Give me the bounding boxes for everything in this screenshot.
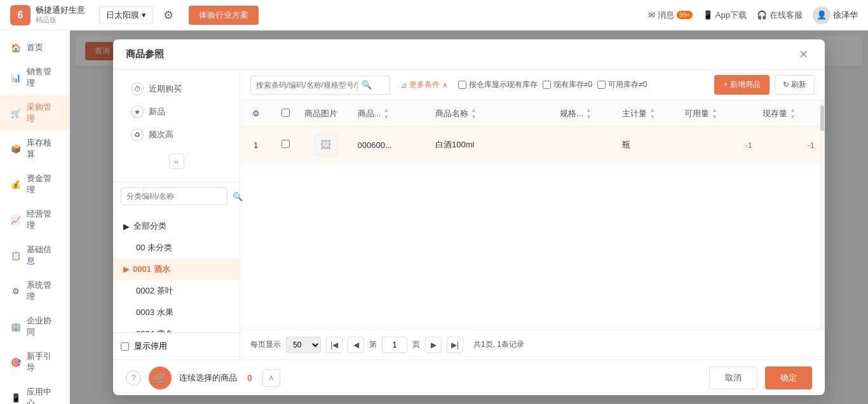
cart-icon[interactable]: 🛒: [149, 367, 172, 389]
product-table: ⚙ 商品图片: [240, 100, 820, 163]
per-page-label: 每页显示: [250, 339, 281, 350]
warehouse-filter-checkbox[interactable]: 按仓库显示现有库存: [458, 79, 538, 90]
sidebar-item-sales[interactable]: 📊 销售管理: [0, 60, 69, 95]
product-search-input[interactable]: [256, 81, 358, 90]
home-icon: 🏠: [10, 42, 22, 53]
confirm-btn[interactable]: 确定: [765, 367, 812, 389]
frequent-icon: ♻: [131, 128, 144, 141]
total-info: 共1页, 1条记录: [473, 339, 524, 350]
search-icon: 🔍: [362, 80, 372, 90]
sidebar-item-guide[interactable]: 🎯 新手引导: [0, 344, 69, 380]
row-checkbox[interactable]: [281, 140, 290, 148]
td-name: 白酒100ml: [430, 127, 555, 163]
logo-area: 6 畅捷通好生意 精品版: [10, 5, 86, 25]
per-page-select[interactable]: 50 10 20 100: [286, 337, 321, 353]
prev-page-btn[interactable]: ◀: [348, 337, 364, 353]
quick-item-frequent[interactable]: ♻ 频次高: [121, 123, 232, 146]
settings-icon: ⚙: [252, 109, 260, 118]
filter-icon: ⊿: [400, 81, 407, 90]
vertical-scrollbar[interactable]: [820, 100, 825, 329]
sidebar-item-finance[interactable]: 💰 资金管理: [0, 166, 69, 202]
product-search-bar[interactable]: 🔍: [250, 76, 390, 95]
add-product-btn[interactable]: + 新增商品: [714, 75, 769, 95]
modal-overlay: 商品参照 ✕ ⏱ 近期购买: [70, 30, 868, 404]
quick-item-new[interactable]: ★ 新品: [121, 100, 232, 123]
usable-filter-checkbox[interactable]: 可用库存≠0: [597, 79, 647, 90]
next-page-btn[interactable]: ▶: [425, 337, 442, 353]
sidebar-item-inventory[interactable]: 📦 库存核算: [0, 131, 69, 166]
refresh-btn[interactable]: ↻ 刷新: [775, 75, 815, 95]
main-layout: 🏠 首页 📊 销售管理 🛒 采购管理 📦 库存核算 💰 资金管理 📈 经营管理 …: [0, 30, 868, 404]
page-number-input[interactable]: [382, 337, 407, 353]
category-00[interactable]: 00 未分类: [113, 237, 240, 259]
page-of-text: 页: [412, 339, 420, 350]
operations-icon: 📈: [10, 214, 22, 226]
enterprise-icon: 🏢: [10, 321, 22, 332]
first-page-btn[interactable]: |◀: [326, 337, 342, 353]
modal-close-btn[interactable]: ✕: [794, 46, 812, 64]
recent-icon: ⏱: [131, 83, 144, 95]
th-settings: ⚙: [240, 100, 271, 127]
sidebar-item-home[interactable]: 🏠 首页: [0, 36, 69, 60]
messages-btn[interactable]: ✉ 消息 99+: [648, 10, 693, 21]
select-all-checkbox[interactable]: [281, 109, 290, 117]
cancel-btn[interactable]: 取消: [709, 367, 757, 389]
inventory-icon: 📦: [10, 143, 22, 154]
headset-icon: 🎧: [757, 10, 767, 20]
sidebar-item-basic[interactable]: 📋 基础信息: [0, 238, 69, 273]
edition-label: 精品版: [36, 15, 85, 25]
app-download-btn[interactable]: 📱 App下载: [703, 10, 747, 21]
user-avatar[interactable]: 👤 徐泽华: [813, 6, 858, 24]
store-selector[interactable]: 日太阳膜 ▾: [99, 6, 153, 24]
sidebar-item-purchase[interactable]: 🛒 采购管理: [0, 95, 69, 131]
sort-arrows-stock: ▲▼: [790, 107, 796, 120]
table-body: 1 🖼 000600...: [240, 127, 820, 163]
category-0001[interactable]: ▶ 0001 酒水: [113, 259, 240, 280]
category-0003[interactable]: 0003 水果: [113, 302, 240, 323]
quick-items-list: ⏱ 近期购买 ★ 新品 ♻ 频次高: [121, 77, 232, 146]
help-icon[interactable]: ?: [126, 370, 141, 386]
quick-items-section: ⏱ 近期购买 ★ 新品 ♻ 频次高: [113, 70, 240, 182]
apps-icon: 📱: [10, 392, 22, 403]
table-wrapper: ⚙ 商品图片: [240, 100, 825, 329]
sidebar-item-enterprise[interactable]: 🏢 企业协同: [0, 309, 69, 344]
footer-collapse-btn[interactable]: ∧: [262, 369, 280, 387]
sidebar-item-operations[interactable]: 📈 经营管理: [0, 202, 69, 238]
sales-icon: 📊: [10, 72, 22, 83]
category-search-input[interactable]: [121, 187, 227, 205]
purchase-icon: 🛒: [10, 107, 22, 119]
modal-header: 商品参照 ✕: [113, 39, 825, 70]
table-container: ⚙ 商品图片: [240, 100, 820, 329]
available-filter-checkbox[interactable]: 现有库存≠0: [543, 79, 592, 90]
category-0004[interactable]: 0004 零食: [113, 323, 240, 332]
td-num: 1: [240, 127, 271, 163]
pagination-row: 每页显示 50 10 20 100 |◀ ◀ 第 页: [240, 329, 825, 360]
quick-item-recent[interactable]: ⏱ 近期购买: [121, 77, 232, 100]
modal-footer: ? 🛒 连续选择的商品 0 ∧ 取消 确定: [113, 360, 825, 395]
category-0002[interactable]: 0002 茶叶: [113, 280, 240, 302]
table-row[interactable]: 1 🖼 000600...: [240, 127, 820, 163]
trial-btn[interactable]: 体验行业方案: [189, 6, 259, 25]
left-panel-collapse-btn[interactable]: «: [169, 154, 184, 169]
scroll-thumb[interactable]: [820, 105, 824, 131]
modal-actions: + 新增商品 ↻ 刷新: [714, 75, 815, 95]
settings-gear-icon[interactable]: ⚙: [158, 5, 179, 25]
modal-body: ⏱ 近期购买 ★ 新品 ♻ 频次高: [113, 70, 825, 360]
sidebar-item-system[interactable]: ⚙ 系统管理: [0, 273, 69, 309]
brand-name: 畅捷通好生意: [36, 5, 85, 16]
show-disabled-checkbox[interactable]: [121, 342, 129, 351]
category-all[interactable]: ▶ 全部分类: [113, 215, 240, 237]
more-filter-btn[interactable]: ⊿ 更多条件 ∧: [395, 77, 453, 93]
guide-icon: 🎯: [10, 356, 22, 368]
td-unit: 瓶: [617, 127, 679, 163]
category-search-row: 🔍: [113, 182, 240, 210]
sidebar-item-apps[interactable]: 📱 应用中心: [0, 380, 69, 404]
td-checkbox[interactable]: [271, 127, 299, 163]
modal-title: 商品参照: [126, 48, 794, 60]
select-count: 0: [247, 373, 252, 383]
modal-left-footer: 显示停用: [113, 332, 240, 360]
last-page-btn[interactable]: ▶|: [447, 337, 463, 353]
online-service-btn[interactable]: 🎧 在线客服: [757, 10, 803, 21]
product-image: 🖼: [315, 133, 337, 156]
modal-toolbar: 🔍 ⊿ 更多条件 ∧ 按仓库显示现有库存: [240, 70, 825, 100]
